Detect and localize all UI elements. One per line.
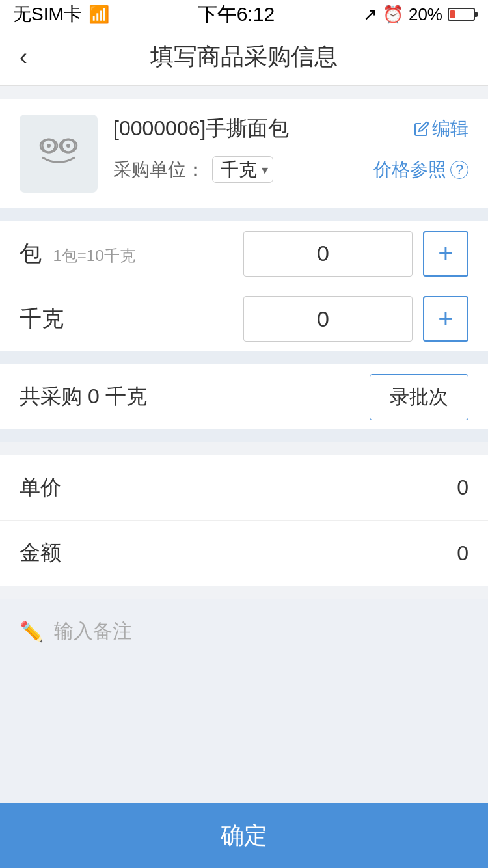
battery-percent: 20% [409, 5, 442, 25]
bao-sublabel: 1包=10千克 [53, 247, 135, 264]
kg-label: 千克 [20, 304, 98, 334]
bao-field-wrap: + [135, 231, 468, 277]
record-batch-button[interactable]: 录批次 [370, 374, 468, 420]
amount-value: 0 [457, 541, 468, 565]
summary-section: 共采购 0 千克 录批次 [0, 351, 488, 442]
unit-select-wrap[interactable]: 千克 包 [212, 156, 273, 183]
bao-input[interactable] [243, 231, 413, 277]
pencil-icon: ✏️ [20, 620, 44, 643]
status-left: 无SIM卡 📶 [13, 2, 109, 27]
unit-price-value: 0 [457, 476, 468, 500]
product-name: [0000006]手撕面包 [113, 115, 289, 143]
time-label: 下午6:12 [198, 1, 275, 28]
wifi-icon: 📶 [88, 5, 109, 25]
kg-input-row: 千克 + [0, 286, 488, 351]
status-right: ↗ ⏰ 20% [363, 5, 475, 25]
divider-1 [0, 208, 488, 221]
bao-plus-button[interactable]: + [423, 231, 468, 277]
status-bar: 无SIM卡 📶 下午6:12 ↗ ⏰ 20% [0, 0, 488, 29]
unit-price-label: 单价 [20, 474, 61, 502]
help-icon: ? [450, 161, 468, 179]
amount-row: 金额 0 [0, 521, 488, 586]
location-icon: ↗ [363, 5, 377, 25]
battery-icon [448, 8, 475, 21]
alarm-icon: ⏰ [383, 5, 403, 25]
unit-select[interactable]: 千克 包 [212, 156, 273, 183]
quantity-input-section: 包 1包=10千克 + 千克 + [0, 221, 488, 351]
product-card: [0000006]手撕面包 编辑 采购单位： 千克 包 [0, 99, 488, 208]
unit-label: 采购单位： [113, 157, 204, 182]
notes-section[interactable]: ✏️ 输入备注 [0, 599, 488, 664]
svg-point-2 [47, 144, 51, 148]
divider-3 [0, 429, 488, 442]
svg-point-3 [66, 144, 70, 148]
nav-bar: ‹ 填写商品采购信息 [0, 29, 488, 86]
divider-2 [0, 351, 488, 364]
price-section: 单价 0 金额 0 [0, 455, 488, 586]
bao-input-row: 包 1包=10千克 + [0, 221, 488, 286]
bao-label: 包 1包=10千克 [20, 239, 135, 269]
amount-label: 金额 [20, 539, 61, 567]
product-image [20, 115, 98, 193]
kg-plus-button[interactable]: + [423, 296, 468, 342]
kg-input[interactable] [243, 296, 413, 342]
product-info: [0000006]手撕面包 编辑 采购单位： 千克 包 [113, 115, 468, 183]
product-logo [33, 125, 85, 183]
unit-price-row: 单价 0 [0, 455, 488, 521]
confirm-button[interactable]: 确定 [0, 803, 488, 868]
back-button[interactable]: ‹ [20, 44, 27, 71]
product-unit-row: 采购单位： 千克 包 价格参照 ? [113, 156, 468, 183]
product-name-row: [0000006]手撕面包 编辑 [113, 115, 468, 143]
summary-text: 共采购 0 千克 [20, 383, 147, 411]
price-ref-button[interactable]: 价格参照 ? [373, 157, 468, 182]
carrier-label: 无SIM卡 [13, 2, 82, 27]
notes-placeholder: 输入备注 [54, 618, 132, 645]
edit-button[interactable]: 编辑 [414, 116, 468, 141]
kg-field-wrap: + [98, 296, 468, 342]
summary-row: 共采购 0 千克 录批次 [0, 364, 488, 429]
page-title: 填写商品采购信息 [150, 41, 338, 73]
